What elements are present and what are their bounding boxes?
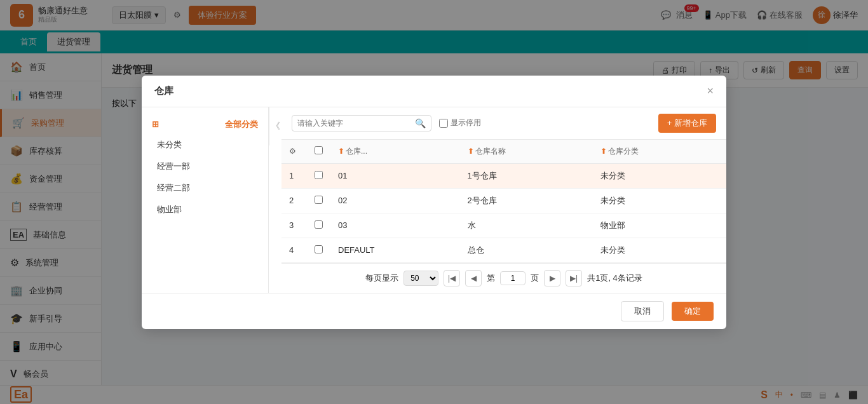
collapse-sidebar-btn[interactable]: 《 (269, 107, 281, 145)
modal-close-button[interactable]: × (707, 84, 714, 98)
total-info: 共1页, 4条记录 (587, 273, 642, 284)
row-checkbox (307, 238, 330, 262)
add-warehouse-btn[interactable]: + 新增仓库 (658, 114, 716, 133)
show-disabled-toggle: 显示停用 (439, 118, 481, 128)
select-all-checkbox[interactable] (315, 146, 323, 154)
page-number-input[interactable] (500, 271, 526, 285)
show-disabled-checkbox[interactable] (439, 119, 448, 128)
per-page-label: 每页显示 (365, 273, 398, 284)
modal-body: ⊞ 全部分类 未分类 经营一部 经营二部 物业部 《 (142, 107, 726, 293)
row-code: 03 (330, 213, 460, 238)
row-name: 2号仓库 (460, 188, 593, 213)
th-code: ⬆仓库... (330, 140, 460, 164)
row-index: 2 (281, 188, 307, 213)
last-page-btn[interactable]: ▶| (566, 270, 582, 286)
search-input[interactable] (297, 119, 415, 128)
category-item-ops2[interactable]: 经营二部 (142, 177, 268, 199)
modal-overlay: 仓库 × ⊞ 全部分类 未分类 经营一部 经营二部 物业部 《 (0, 0, 868, 404)
table-toolbar: 🔍 显示停用 + 新增仓库 (281, 107, 726, 140)
first-page-btn[interactable]: |◀ (444, 270, 460, 286)
prev-page-btn[interactable]: ◀ (465, 270, 482, 286)
show-disabled-label: 显示停用 (451, 118, 481, 128)
all-categories-btn[interactable]: ⊞ 全部分类 (142, 115, 268, 134)
table-row[interactable]: 1 01 1号仓库 未分类 (281, 163, 726, 188)
row-checkbox (307, 188, 330, 213)
row-code: 01 (330, 163, 460, 188)
category-sidebar: ⊞ 全部分类 未分类 经营一部 经营二部 物业部 (142, 107, 269, 293)
category-item-ops1[interactable]: 经营一部 (142, 156, 268, 177)
pagination: 每页显示 50 10 20 100 |◀ ◀ 第 页 ▶ ▶| 共1页, 4条记… (281, 263, 726, 293)
row-index: 1 (281, 163, 307, 188)
table-row[interactable]: 3 03 水 物业部 (281, 213, 726, 238)
modal-header: 仓库 × (142, 76, 726, 107)
search-box: 🔍 (292, 115, 431, 131)
row-category: 未分类 (593, 188, 726, 213)
row-category: 物业部 (593, 213, 726, 238)
th-gear: ⚙ (281, 140, 307, 164)
cancel-button[interactable]: 取消 (621, 301, 664, 321)
confirm-button[interactable]: 确定 (672, 302, 714, 321)
row-name: 水 (460, 213, 593, 238)
category-item-property[interactable]: 物业部 (142, 199, 268, 220)
row-code: 02 (330, 188, 460, 213)
row-index: 4 (281, 238, 307, 262)
modal-title: 仓库 (154, 85, 173, 97)
next-page-btn[interactable]: ▶ (544, 270, 560, 286)
per-page-select[interactable]: 50 10 20 100 (403, 271, 438, 286)
th-checkbox (307, 140, 330, 164)
th-name: ⬆仓库名称 (460, 140, 593, 164)
row-index: 3 (281, 213, 307, 238)
chevron-left-icon: 《 (271, 121, 280, 132)
row-checkbox (307, 213, 330, 238)
gear-icon: ⚙ (289, 147, 296, 156)
row-checkbox (307, 163, 330, 188)
table-area: 🔍 显示停用 + 新增仓库 (281, 107, 726, 293)
warehouse-modal: 仓库 × ⊞ 全部分类 未分类 经营一部 经营二部 物业部 《 (142, 76, 726, 329)
row-name: 1号仓库 (460, 163, 593, 188)
page-num-label: 第 (487, 273, 495, 284)
table-row[interactable]: 2 02 2号仓库 未分类 (281, 188, 726, 213)
row-code: DEFAULT (330, 238, 460, 262)
row-category: 未分类 (593, 238, 726, 262)
row-name: 总仓 (460, 238, 593, 262)
modal-footer: 取消 确定 (142, 293, 726, 329)
table-row[interactable]: 4 DEFAULT 总仓 未分类 (281, 238, 726, 262)
table-scroll: ⚙ ⬆仓库... ⬆仓库名称 (281, 140, 726, 263)
th-category: ⬆仓库分类 (593, 140, 726, 164)
row-category: 未分类 (593, 163, 726, 188)
category-item-unclassified[interactable]: 未分类 (142, 134, 268, 156)
search-icon[interactable]: 🔍 (415, 118, 426, 128)
page-suffix: 页 (531, 273, 539, 284)
warehouse-table: ⚙ ⬆仓库... ⬆仓库名称 (281, 140, 726, 263)
